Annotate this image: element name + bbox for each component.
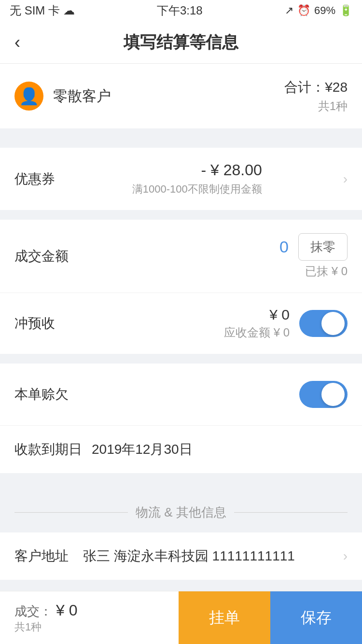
deal-amount-label: 成交金额	[14, 247, 69, 266]
location-icon: ↗	[285, 4, 293, 17]
credit-section: 本单赊欠 收款到期日 2019年12月30日	[0, 364, 362, 473]
toggle-thumb	[321, 312, 345, 335]
customer-left: 👤 零散客户	[14, 82, 111, 111]
pre-receive-label: 冲预收	[14, 314, 55, 333]
status-right: ↗ ⏰ 69% 🔋	[285, 4, 352, 17]
avatar: 👤	[14, 82, 43, 111]
pre-receive-vals: ¥ 0 应收金额 ¥ 0	[224, 307, 348, 340]
due-date-value[interactable]: 2019年12月30日	[92, 440, 193, 459]
credit-toggle-thumb	[321, 383, 345, 406]
coupon-amount: - ¥ 28.00	[201, 161, 262, 179]
status-bar: 无 SIM 卡 ☁ 下午3:18 ↗ ⏰ 69% 🔋	[0, 0, 362, 21]
back-button[interactable]: ‹	[14, 32, 20, 53]
coupon-row[interactable]: 优惠券 - ¥ 28.00 满1000-100不限制使用金额 ›	[0, 148, 362, 210]
bottom-deal-amount: ¥ 0	[56, 602, 77, 619]
due-date-label: 收款到期日	[14, 440, 82, 459]
pre-receive-row: 冲预收 ¥ 0 应收金额 ¥ 0	[0, 293, 362, 354]
address-row[interactable]: 客户地址 张三 海淀永丰科技园 11111111111 ›	[0, 532, 362, 580]
deal-amount-row: 成交金额 0 抹零 已抹 ¥ 0	[0, 220, 362, 293]
coupon-desc: 满1000-100不限制使用金额	[132, 182, 262, 196]
deal-right: 0 抹零 已抹 ¥ 0	[279, 233, 348, 279]
logistics-divider: 物流 & 其他信息	[14, 504, 348, 521]
user-icon: 👤	[19, 86, 39, 106]
divider-left	[14, 512, 128, 513]
status-left: 无 SIM 卡 ☁	[10, 3, 75, 18]
nav-bar: ‹ 填写结算等信息	[0, 21, 362, 64]
save-button[interactable]: 保存	[270, 591, 362, 644]
address-label: 客户地址	[14, 547, 69, 565]
battery-icon: 🔋	[339, 4, 352, 17]
battery-text: 69%	[314, 4, 335, 17]
bottom-bar: 成交： ¥ 0 共1种 挂单 保存	[0, 591, 362, 644]
logistics-title: 物流 & 其他信息	[136, 504, 226, 521]
customer-name: 零散客户	[53, 86, 111, 106]
credit-toggle[interactable]	[299, 381, 348, 408]
customer-section: 👤 零散客户 合计：¥28 共1种	[0, 64, 362, 128]
pre-receive-amount: ¥ 0	[269, 307, 290, 323]
page-title: 填写结算等信息	[124, 31, 238, 54]
credit-row: 本单赊欠	[0, 364, 362, 425]
status-time: 下午3:18	[157, 3, 203, 18]
due-date-row: 收款到期日 2019年12月30日	[0, 425, 362, 473]
deal-value[interactable]: 0	[279, 238, 289, 256]
coupon-section: 优惠券 - ¥ 28.00 满1000-100不限制使用金额 ›	[0, 148, 362, 210]
logistics-section: 物流 & 其他信息	[0, 492, 362, 532]
coupon-chevron-icon: ›	[343, 171, 348, 187]
pre-receive-right: ¥ 0 应收金额 ¥ 0	[224, 307, 348, 340]
address-section: 客户地址 张三 海淀永丰科技园 11111111111 ›	[0, 532, 362, 580]
customer-row: 👤 零散客户 合计：¥28 共1种	[0, 64, 362, 128]
total-amount: 合计：¥28	[284, 78, 348, 97]
round-off-button[interactable]: 抹零	[298, 233, 348, 261]
deal-section: 成交金额 0 抹零 已抹 ¥ 0 冲预收 ¥ 0 应收金额 ¥ 0	[0, 220, 362, 354]
deal-input-area: 0 抹零	[279, 233, 348, 261]
address-value: 张三 海淀永丰科技园 11111111111	[83, 547, 329, 565]
sim-status: 无 SIM 卡 ☁	[10, 3, 75, 18]
coupon-label: 优惠券	[14, 170, 55, 188]
alarm-icon: ⏰	[297, 4, 310, 17]
bottom-deal-count: 共1种	[14, 620, 164, 634]
divider-right	[234, 512, 348, 513]
hold-button[interactable]: 挂单	[179, 591, 270, 644]
bottom-deal-label: 成交：	[14, 603, 52, 620]
pre-receive-sub: 应收金额 ¥ 0	[224, 325, 290, 340]
deal-sub-label: 已抹 ¥ 0	[305, 264, 348, 279]
customer-summary: 合计：¥28 共1种	[284, 78, 348, 114]
address-chevron-icon: ›	[343, 548, 348, 564]
bottom-info: 成交： ¥ 0 共1种	[0, 591, 179, 644]
coupon-right: - ¥ 28.00 满1000-100不限制使用金额	[132, 161, 262, 196]
total-count: 共1种	[284, 98, 348, 114]
pre-receive-toggle[interactable]	[299, 310, 348, 337]
credit-label: 本单赊欠	[14, 385, 69, 404]
